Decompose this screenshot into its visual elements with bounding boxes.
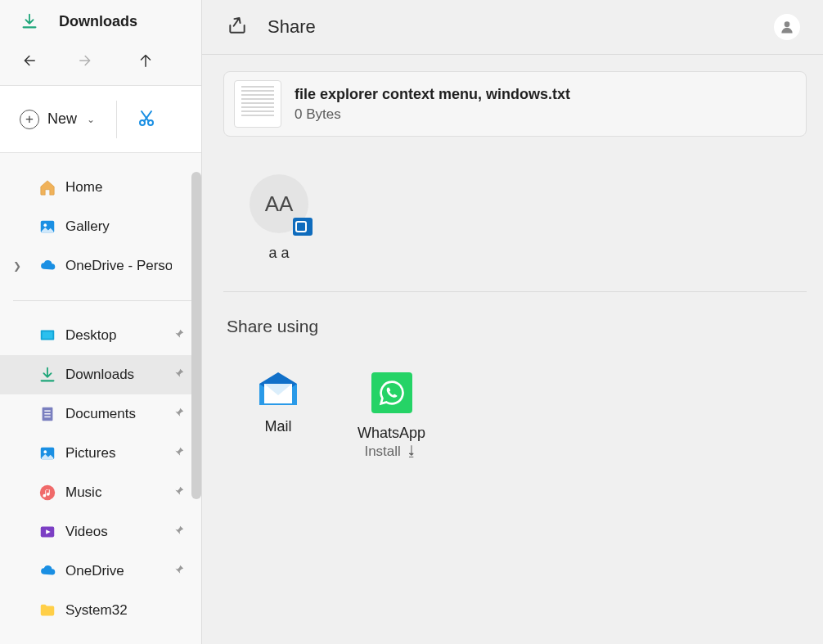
file-thumbnail-icon: [234, 80, 281, 128]
tree-item-videos[interactable]: Videos: [0, 512, 201, 552]
svg-point-3: [43, 223, 47, 227]
gallery-icon: [38, 217, 57, 236]
new-button[interactable]: + New ⌄: [20, 110, 95, 129]
back-button[interactable]: [18, 51, 38, 70]
chevron-down-icon: ⌄: [87, 114, 95, 125]
tree-scrollbar[interactable]: [191, 172, 201, 499]
explorer-tab-title: Downloads: [59, 13, 137, 30]
tree-item-pictures[interactable]: Pictures: [0, 434, 201, 473]
share-body: file explorer context menu, windows.txt …: [202, 55, 823, 460]
home-icon: [38, 178, 57, 197]
chevron-right-icon[interactable]: ❯: [13, 260, 21, 272]
share-app-whatsapp[interactable]: WhatsApp Install ⭳: [358, 372, 425, 460]
share-app-mail[interactable]: Mail: [258, 372, 299, 460]
tree-item-home[interactable]: Home: [0, 168, 201, 207]
tree-item-documents[interactable]: Documents: [0, 394, 201, 434]
app-install-hint: Install ⭳: [364, 444, 418, 460]
forward-button[interactable]: [77, 51, 97, 70]
share-using-heading: Share using: [227, 317, 807, 336]
svg-rect-5: [43, 331, 53, 338]
tree-label: Pictures: [65, 445, 115, 462]
tree-item-downloads[interactable]: Downloads: [0, 355, 201, 394]
account-button[interactable]: [774, 14, 800, 40]
contacts-row: AA a a: [223, 137, 807, 262]
tree-label: Desktop: [65, 327, 116, 344]
tree-label: Downloads: [65, 367, 134, 383]
folder-icon: [38, 601, 57, 620]
pin-icon: [173, 563, 185, 579]
documents-icon: [38, 404, 57, 424]
pin-icon: [173, 367, 185, 383]
videos-icon: [38, 522, 57, 542]
downloads-tab-icon: [20, 11, 39, 31]
onedrive-icon: [38, 256, 57, 276]
svg-point-12: [40, 485, 55, 500]
tree-label: OneDrive: [65, 563, 124, 579]
tree-item-onedrive[interactable]: OneDrive: [0, 552, 201, 591]
file-explorer-panel: Downloads + New ⌄ Home: [0, 0, 201, 644]
tree-label: Gallery: [65, 218, 110, 235]
share-icon: [227, 15, 248, 39]
outlook-badge-icon: [293, 218, 313, 236]
tree-label: System32: [65, 602, 128, 619]
share-divider: [223, 291, 807, 292]
tree-item-onedrive-personal[interactable]: ❯ OneDrive - Personal: [0, 246, 201, 286]
svg-point-11: [43, 450, 47, 453]
contact-name: a a: [268, 245, 289, 262]
pin-icon: [173, 484, 185, 501]
music-icon: [38, 483, 57, 502]
whatsapp-icon: [371, 372, 412, 413]
svg-point-14: [785, 21, 790, 27]
contact-avatar: AA: [250, 174, 308, 233]
tree-item-gallery[interactable]: Gallery: [0, 207, 201, 246]
tree-divider: [13, 300, 191, 301]
pin-icon: [173, 327, 185, 344]
tree-item-system32[interactable]: System32: [0, 591, 201, 630]
cut-button[interactable]: [137, 108, 156, 131]
new-button-label: New: [47, 110, 77, 128]
pin-icon: [173, 524, 185, 540]
pin-icon: [173, 445, 185, 462]
desktop-icon: [38, 326, 57, 345]
share-header: Share: [202, 0, 823, 55]
nav-row: [0, 43, 201, 85]
nav-tree[interactable]: Home Gallery ❯ OneDrive - Personal Deskt…: [0, 153, 201, 644]
app-name: Mail: [264, 418, 291, 435]
file-size: 0 Bytes: [295, 106, 570, 123]
pictures-icon: [38, 444, 57, 463]
pin-icon: [173, 406, 185, 422]
tree-label: OneDrive - Personal: [65, 258, 172, 274]
tree-label: Music: [65, 484, 101, 501]
file-name: file explorer context menu, windows.txt: [295, 86, 570, 103]
share-apps-row: Mail WhatsApp Install ⭳: [258, 372, 807, 460]
mail-icon: [258, 372, 299, 407]
share-title: Share: [268, 16, 316, 38]
tree-label: Home: [65, 179, 102, 196]
share-panel: Share file explorer context menu, window…: [201, 0, 823, 644]
contact-item[interactable]: AA a a: [250, 174, 308, 262]
toolbar-divider: [116, 101, 117, 138]
tree-item-music[interactable]: Music: [0, 473, 201, 512]
onedrive-icon: [38, 561, 57, 581]
tree-label: Videos: [65, 524, 108, 540]
downloads-icon: [38, 365, 57, 385]
svg-rect-9: [44, 417, 50, 417]
download-icon: ⭳: [405, 444, 419, 459]
explorer-tab-header: Downloads: [0, 0, 201, 43]
file-card: file explorer context menu, windows.txt …: [223, 71, 807, 137]
tree-item-desktop[interactable]: Desktop: [0, 316, 201, 355]
contact-initials: AA: [265, 191, 294, 217]
svg-rect-8: [44, 413, 50, 414]
plus-icon: +: [20, 110, 39, 129]
app-name: WhatsApp: [358, 425, 425, 442]
toolbar: + New ⌄: [0, 85, 201, 153]
tree-label: Documents: [65, 406, 136, 422]
svg-rect-7: [44, 410, 50, 411]
up-button[interactable]: [136, 51, 155, 70]
